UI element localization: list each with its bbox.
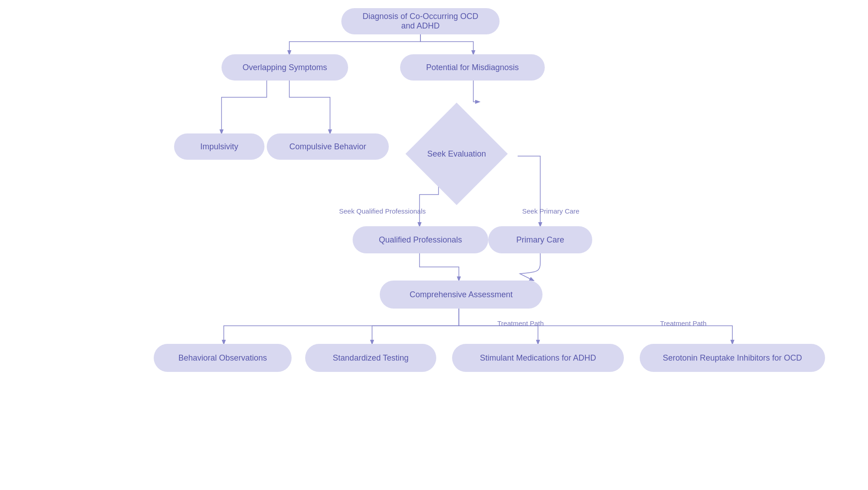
qualified-professionals-node: Qualified Professionals <box>353 226 488 253</box>
behavioral-observations-node: Behavioral Observations <box>154 344 292 372</box>
comprehensive-assessment-node: Comprehensive Assessment <box>380 281 542 309</box>
edge-label-treatment-path-1: Treatment Path <box>497 319 544 327</box>
misdiagnosis-node: Potential for Misdiagnosis <box>400 54 545 81</box>
standardized-testing-node: Standardized Testing <box>305 344 436 372</box>
primary-care-node: Primary Care <box>488 226 592 253</box>
edge-label-treatment-path-2: Treatment Path <box>660 319 707 327</box>
flowchart-container: Diagnosis of Co-Occurring OCD and ADHD O… <box>0 0 868 490</box>
compulsive-behavior-node: Compulsive Behavior <box>267 133 389 160</box>
stimulant-medications-node: Stimulant Medications for ADHD <box>452 344 624 372</box>
impulsivity-node: Impulsivity <box>174 133 264 160</box>
serotonin-reuptake-node: Serotonin Reuptake Inhibitors for OCD <box>640 344 825 372</box>
overlapping-symptoms-node: Overlapping Symptoms <box>222 54 348 81</box>
edge-label-seek-qualified: Seek Qualified Professionals <box>339 207 426 215</box>
edge-label-seek-primary: Seek Primary Care <box>522 207 580 215</box>
root-node: Diagnosis of Co-Occurring OCD and ADHD <box>341 8 500 34</box>
seek-evaluation-node: Seek Evaluation <box>405 102 509 206</box>
